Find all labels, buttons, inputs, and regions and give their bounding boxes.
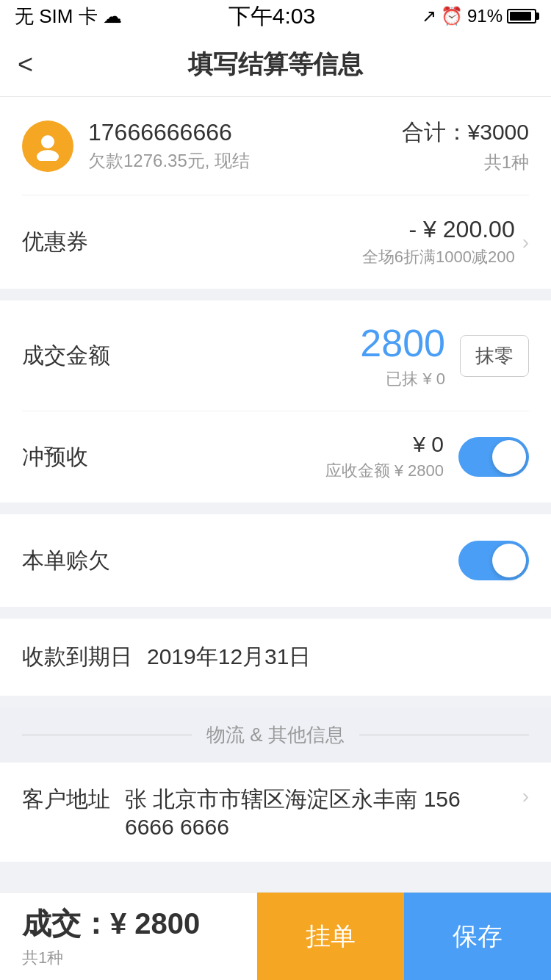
address-chevron-icon: › [522, 785, 529, 808]
prepay-row: 冲预收 ¥ 0 应收金额 ¥ 2800 [22, 411, 529, 502]
duedate-label: 收款到期日 [22, 642, 132, 672]
prepay-toggle[interactable] [458, 437, 529, 477]
bottom-deal-text: 成交： [22, 907, 110, 940]
arrears-section: 本单赊欠 [0, 514, 551, 607]
bottom-summary: 成交：¥ 2800 共1种 [0, 904, 257, 969]
bottom-bar: 成交：¥ 2800 共1种 挂单 保存 [0, 892, 551, 980]
deal-amount-label: 成交金额 [22, 341, 110, 371]
coupon-label: 优惠券 [22, 227, 88, 257]
back-button[interactable]: < [18, 49, 33, 80]
coupon-row[interactable]: 优惠券 - ¥ 200.00 全场6折满1000减200 › [22, 195, 529, 289]
prepay-sub: 应收金额 ¥ 2800 [325, 460, 444, 482]
arrears-toggle[interactable] [458, 541, 529, 580]
prepay-right: ¥ 0 应收金额 ¥ 2800 [325, 432, 529, 482]
deal-section: 成交金额 2800 已抹 ¥ 0 抹零 冲预收 ¥ 0 应收金额 ¥ 2800 [0, 300, 551, 502]
customer-right: 合计：¥3000 共1种 [402, 118, 529, 174]
status-bar: 无 SIM 卡 ☁ 下午4:03 ↗ ⏰ 91% [0, 0, 551, 32]
bottom-deal-amount: ¥ 2800 [110, 907, 200, 940]
address-value: 张 北京市市辖区海淀区永丰南 156 6666 6666 [125, 785, 508, 840]
customer-left: 17666666666 欠款1276.35元, 现结 [22, 119, 250, 173]
customer-info: 17666666666 欠款1276.35元, 现结 [88, 119, 250, 173]
round-off-button[interactable]: 抹零 [460, 335, 529, 377]
status-left: 无 SIM 卡 ☁ [15, 4, 122, 29]
sim-status: 无 SIM 卡 ☁ [15, 4, 122, 29]
page-title: 填写结算等信息 [188, 48, 363, 82]
address-section: 客户地址 张 北京市市辖区海淀区永丰南 156 6666 6666 › [0, 763, 551, 862]
divider-section: 物流 & 其他信息 [0, 707, 551, 763]
arrears-label: 本单赊欠 [22, 546, 110, 576]
content-area: 17666666666 欠款1276.35元, 现结 合计：¥3000 共1种 … [0, 97, 551, 976]
deal-right: 2800 已抹 ¥ 0 抹零 [360, 321, 529, 390]
divider-text: 物流 & 其他信息 [206, 722, 345, 748]
arrears-toggle-knob [492, 544, 526, 577]
customer-section: 17666666666 欠款1276.35元, 现结 合计：¥3000 共1种 … [0, 97, 551, 289]
avatar [22, 120, 73, 172]
prepay-info: ¥ 0 应收金额 ¥ 2800 [325, 432, 444, 482]
nav-bar: < 填写结算等信息 [0, 32, 551, 97]
address-row[interactable]: 客户地址 张 北京市市辖区海淀区永丰南 156 6666 6666 › [22, 763, 529, 862]
location-icon: ↗ [422, 6, 436, 26]
coupon-value: - ¥ 200.00 [362, 216, 515, 243]
coupon-desc: 全场6折满1000减200 [362, 246, 515, 268]
svg-point-1 [37, 150, 59, 161]
coupon-value-wrap: - ¥ 200.00 全场6折满1000减200 [362, 216, 515, 268]
battery-percent: 91% [467, 6, 503, 26]
deal-amount-sub: 已抹 ¥ 0 [360, 368, 445, 390]
address-label: 客户地址 [22, 785, 110, 815]
bottom-deal-label: 成交：¥ 2800 [22, 904, 235, 944]
prepay-label: 冲预收 [22, 442, 88, 472]
save-button[interactable]: 保存 [404, 893, 551, 981]
toggle-knob [492, 440, 526, 474]
duedate-section: 收款到期日 2019年12月31日 [0, 619, 551, 696]
coupon-chevron-icon: › [522, 231, 529, 254]
total-count: 共1种 [402, 151, 529, 174]
deal-row: 成交金额 2800 已抹 ¥ 0 抹零 [22, 300, 529, 411]
deal-amount-value: 2800 [360, 321, 445, 365]
alarm-icon: ⏰ [441, 6, 463, 26]
duedate-row: 收款到期日 2019年12月31日 [22, 619, 529, 696]
customer-phone: 17666666666 [88, 119, 250, 146]
svg-point-0 [41, 135, 54, 148]
deal-amount-wrap: 2800 已抹 ¥ 0 [360, 321, 445, 390]
customer-sub: 欠款1276.35元, 现结 [88, 149, 250, 173]
prepay-amount: ¥ 0 [325, 432, 444, 457]
coupon-right: - ¥ 200.00 全场6折满1000减200 › [362, 216, 529, 268]
hold-button[interactable]: 挂单 [257, 893, 404, 981]
divider-line-left [22, 735, 192, 735]
battery-icon [507, 9, 536, 24]
avatar-icon [33, 131, 62, 161]
customer-row: 17666666666 欠款1276.35元, 现结 合计：¥3000 共1种 [22, 97, 529, 195]
divider-line-right [359, 735, 529, 735]
arrears-row: 本单赊欠 [22, 514, 529, 607]
status-right: ↗ ⏰ 91% [422, 6, 536, 26]
bottom-count: 共1种 [22, 947, 235, 969]
total-amount: 合计：¥3000 [402, 118, 529, 148]
duedate-value: 2019年12月31日 [147, 642, 311, 672]
status-time: 下午4:03 [228, 1, 315, 32]
